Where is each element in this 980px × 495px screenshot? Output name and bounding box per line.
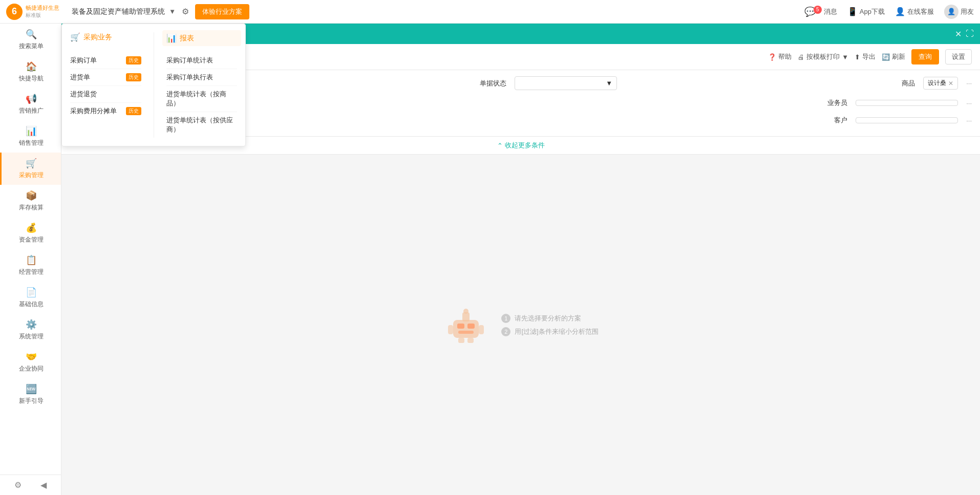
sidebar-item-quick[interactable]: 🏠 快捷导航 (0, 56, 61, 88)
collapse-up-icon: ⌃ (497, 142, 503, 149)
tab-close-all-btn[interactable]: ✕ (955, 29, 962, 39)
goods-tag: 设计桑 ✕ (923, 77, 958, 90)
dropdown-item-inbound[interactable]: 进货单 历史 (70, 69, 141, 86)
goods-label: 商品 (902, 79, 915, 88)
purchase-col-title: 🛒 采购业务 (70, 32, 141, 46)
marketing-icon: 📢 (26, 93, 37, 104)
export-btn[interactable]: ⬆ 导出 (855, 52, 876, 61)
system-settings-btn[interactable]: ⚙ (182, 7, 189, 16)
query-btn[interactable]: 查询 (911, 49, 939, 64)
dropdown-divider (154, 32, 154, 138)
svg-point-5 (463, 309, 468, 314)
user-menu[interactable]: 👤 用友 (944, 5, 974, 19)
sidebar-item-basic[interactable]: 📄 基础信息 (0, 282, 61, 314)
empty-state: 1 请先选择要分析的方案 2 用[过滤]条件来缩小分析范围 (61, 155, 980, 495)
salesman-select[interactable] (856, 100, 958, 106)
online-service-btn[interactable]: 👤 在线客服 (895, 7, 934, 16)
logo-area: 6 畅捷通好生意 标准版 (6, 4, 68, 20)
dropdown-item-report-1[interactable]: 采购订单执行表 (166, 69, 238, 86)
history-badge-0[interactable]: 历史 (126, 56, 141, 64)
enterprise-icon: 🤝 (26, 351, 37, 362)
history-badge-1[interactable]: 历史 (126, 73, 141, 81)
empty-hint-1: 1 请先选择要分析的方案 (501, 314, 598, 323)
refresh-icon: 🔄 (882, 53, 890, 61)
sidebar-item-guide[interactable]: 🆕 新手引导 (0, 378, 61, 411)
customer-more-btn[interactable]: ··· (966, 117, 972, 124)
system-title: 装备及固定资产辅助管理系统 ▼ ⚙ (72, 7, 189, 16)
refresh-btn[interactable]: 🔄 刷新 (882, 52, 905, 61)
svg-rect-3 (458, 331, 474, 334)
sidebar-item-enterprise[interactable]: 🤝 企业协同 (0, 346, 61, 378)
empty-hints: 1 请先选择要分析的方案 2 用[过滤]条件来缩小分析范围 (501, 314, 598, 336)
industry-btn[interactable]: 体验行业方案 (195, 4, 249, 19)
logo-text: 畅捷通好生意 (26, 4, 59, 11)
tab-bar-right: ✕ ⛶ (955, 29, 978, 39)
goods-more-btn[interactable]: ··· (966, 79, 972, 87)
purchase-col-icon: 🛒 (70, 32, 80, 42)
sidebar-settings-btn[interactable]: ⚙ (14, 480, 22, 490)
help-btn[interactable]: ❓ 帮助 (768, 52, 792, 61)
sidebar-item-sales[interactable]: 📊 销售管理 (0, 120, 61, 153)
message-btn[interactable]: 💬 5 消息 (804, 6, 837, 17)
salesman-label: 业务员 (827, 98, 847, 107)
export-icon: ⬆ (855, 53, 860, 61)
report-col-title: 📊 报表 (162, 30, 242, 46)
history-badge-3[interactable]: 历史 (126, 107, 141, 115)
basic-icon: 📄 (26, 287, 37, 298)
logo-icon: 6 (6, 4, 23, 20)
app-download-btn[interactable]: 📱 App下载 (847, 7, 885, 16)
status-select[interactable]: ▼ (515, 76, 617, 90)
help-icon: ❓ (768, 53, 776, 61)
empty-hint-2: 2 用[过滤]条件来缩小分析范围 (501, 327, 598, 336)
finance-icon: 💰 (26, 222, 37, 233)
logo-sub: 标准版 (26, 12, 59, 19)
purchase-dropdown-menu: 🛒 采购业务 采购订单 历史 进货单 历史 进货退货 采购费用分摊单 历史 📊 … (61, 24, 246, 146)
sidebar-bottom: ⚙ ◀ (0, 475, 61, 495)
print-dropdown-icon: ▼ (842, 53, 848, 61)
guide-icon: 🆕 (26, 383, 37, 395)
svg-rect-9 (467, 338, 474, 343)
tab-expand-btn[interactable]: ⛶ (966, 29, 974, 38)
sidebar-item-operation[interactable]: 📋 经营管理 (0, 249, 61, 282)
empty-illustration (443, 302, 489, 348)
sidebar-item-marketing[interactable]: 📢 营销推广 (0, 88, 61, 120)
sidebar: 🔍 搜索菜单 🏠 快捷导航 📢 营销推广 📊 销售管理 🛒 采购管理 📦 库存核… (0, 24, 61, 495)
user-avatar: 👤 (944, 5, 958, 19)
svg-rect-1 (457, 324, 464, 329)
sidebar-item-system[interactable]: ⚙️ 系统管理 (0, 314, 61, 346)
dropdown-item-expense[interactable]: 采购费用分摊单 历史 (70, 103, 141, 119)
sidebar-item-inventory[interactable]: 📦 库存核算 (0, 185, 61, 217)
dropdown-item-purchase-order[interactable]: 采购订单 历史 (70, 52, 141, 69)
svg-rect-8 (458, 338, 464, 343)
print-icon: 🖨 (798, 53, 804, 61)
system-title-dropdown[interactable]: ▼ (169, 8, 176, 15)
dropdown-item-return[interactable]: 进货退货 (70, 86, 141, 103)
report-col-icon: 📊 (166, 33, 177, 43)
dropdown-item-report-3[interactable]: 进货单统计表（按供应商） (166, 112, 238, 138)
dropdown-item-report-0[interactable]: 采购订单统计表 (166, 52, 238, 69)
settings-config-btn[interactable]: 设置 (945, 49, 972, 64)
customer-select[interactable] (856, 117, 958, 123)
salesman-more-btn[interactable]: ··· (966, 99, 972, 107)
system-icon: ⚙️ (26, 319, 37, 330)
report-col: 📊 报表 采购订单统计表 采购订单执行表 进货单统计表（按商品） 进货单统计表（… (166, 32, 238, 138)
home-icon: 🏠 (26, 61, 37, 72)
sales-icon: 📊 (26, 125, 37, 137)
purchase-col: 🛒 采购业务 采购订单 历史 进货单 历史 进货退货 采购费用分摊单 历史 (70, 32, 141, 138)
inventory-icon: 📦 (26, 190, 37, 201)
svg-rect-6 (448, 325, 453, 334)
sidebar-item-search[interactable]: 🔍 搜索菜单 (0, 24, 61, 56)
dropdown-item-report-2[interactable]: 进货单统计表（按商品） (166, 86, 238, 112)
goods-tag-close[interactable]: ✕ (948, 80, 953, 87)
sidebar-item-purchase[interactable]: 🛒 采购管理 (0, 153, 61, 185)
hint-num-2: 2 (501, 327, 510, 336)
operation-icon: 📋 (26, 254, 37, 266)
sidebar-collapse-btn[interactable]: ◀ (40, 480, 47, 490)
collapse-btn[interactable]: ⌃ 收起更多条件 (497, 141, 545, 150)
status-label: 单据状态 (480, 79, 506, 88)
purchase-icon: 🛒 (26, 158, 37, 169)
top-header: 6 畅捷通好生意 标准版 装备及固定资产辅助管理系统 ▼ ⚙ 体验行业方案 💬 … (0, 0, 980, 24)
print-btn[interactable]: 🖨 按模板打印 ▼ (798, 52, 848, 61)
sidebar-item-finance[interactable]: 💰 资金管理 (0, 217, 61, 249)
message-badge: 5 (814, 6, 822, 14)
